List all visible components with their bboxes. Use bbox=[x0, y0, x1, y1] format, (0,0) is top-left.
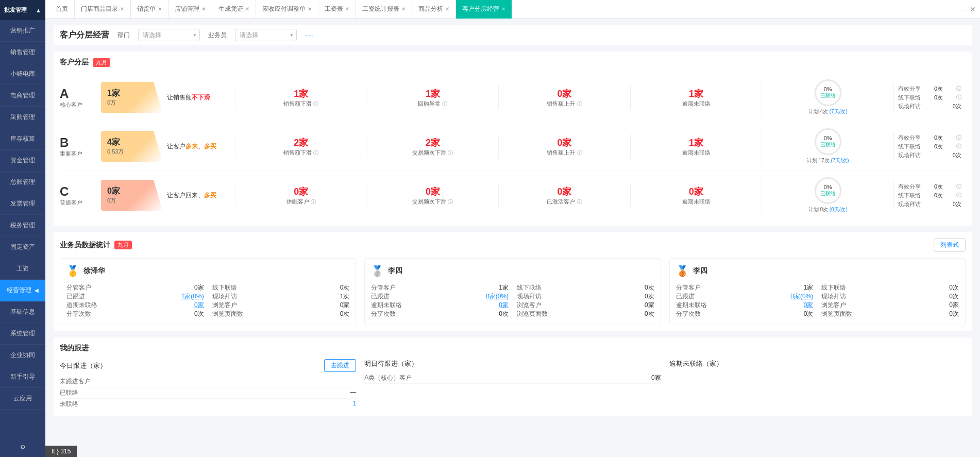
tier-stat-a-1: 1家 销售额下滑 ⓘ bbox=[235, 86, 367, 110]
sidebar-item-guide[interactable]: 新手引导 bbox=[0, 366, 45, 388]
tab-close-icon[interactable]: ✕ bbox=[201, 6, 206, 12]
sidebar-settings-btn[interactable]: ⚙ bbox=[0, 437, 45, 457]
goto-followup-btn[interactable]: 去跟进 bbox=[324, 359, 356, 372]
tab-payroll[interactable]: 工资表 ✕ bbox=[318, 0, 356, 19]
followup-grid: 今日跟进（家） 去跟进 未跟进客户 — 已联络 — 未联络 bbox=[60, 359, 966, 410]
tab-close-icon[interactable]: ✕ bbox=[345, 6, 349, 12]
tab-close-active-icon[interactable]: ✕ bbox=[501, 6, 505, 12]
staff-stat-row: 线下联络 0次 bbox=[212, 283, 350, 292]
customer-tier-title: 客户分层 bbox=[60, 58, 89, 67]
sidebar-item-sales[interactable]: 销售管理 bbox=[0, 42, 45, 63]
staff-stat-row: 逾期未联络 0家 bbox=[676, 301, 814, 310]
staff-stat-row: 浏览页面数 0次 bbox=[517, 310, 654, 318]
sidebar-item-system[interactable]: 系统管理 bbox=[0, 323, 45, 345]
customer-tier-header: 客户分层 九月 bbox=[60, 58, 966, 67]
staff-stat-row: 分管客户 1家 bbox=[371, 283, 509, 292]
staff-label: 业务员 bbox=[208, 31, 227, 40]
tab-close-icon[interactable]: ✕ bbox=[158, 6, 162, 12]
tab-close-icon[interactable]: ✕ bbox=[401, 6, 405, 12]
tier-count-a: 1家 0万 bbox=[101, 82, 163, 113]
staff-stat-row: 浏览客户 0家 bbox=[517, 301, 654, 310]
tab-home[interactable]: 首页 bbox=[49, 0, 75, 19]
sidebar-item-invoice[interactable]: 发票管理 bbox=[0, 193, 45, 215]
tab-sales-order[interactable]: 销货单 ✕ bbox=[131, 0, 168, 19]
sidebar-item-ledger[interactable]: 总账管理 bbox=[0, 172, 45, 193]
followup-row: 已联络 — bbox=[60, 387, 356, 399]
tab-window-close-icon[interactable]: ✕ bbox=[970, 5, 976, 13]
staff-select[interactable]: 请选择 bbox=[235, 29, 297, 41]
tab-product-analysis[interactable]: 商品分析 ✕ bbox=[412, 0, 456, 19]
sidebar-header[interactable]: 批发管理 ▲ bbox=[0, 0, 45, 20]
sidebar-item-payroll[interactable]: 工资 bbox=[0, 258, 45, 280]
tab-payroll-report[interactable]: 工资统计报表 ✕ bbox=[356, 0, 412, 19]
tier-label-b: B 重要客户 bbox=[60, 136, 101, 158]
followup-tomorrow-card: 明日待跟进（家） A类（核心）客户 0家 bbox=[364, 359, 661, 410]
sidebar-item-assets[interactable]: 固定资产 bbox=[0, 236, 45, 258]
followup-row: 未跟进客户 — bbox=[60, 376, 356, 387]
tier-action-b: 让客户多来、多买 bbox=[163, 142, 235, 151]
list-view-btn[interactable]: 列表式 bbox=[934, 238, 966, 252]
sidebar-item-ecommerce-small[interactable]: 小畅电商 bbox=[0, 63, 45, 85]
sidebar-item-tax[interactable]: 税务管理 bbox=[0, 215, 45, 236]
tab-close-icon[interactable]: ✕ bbox=[445, 6, 449, 12]
page-title: 客户分层经营 bbox=[60, 30, 109, 41]
tier-stat-a-4: 1家 逾期未联络 bbox=[630, 86, 762, 110]
staff-card-1: 🥇 徐泽华 分管客户 0家 已跟进 1家(0%) bbox=[60, 258, 356, 325]
staff-stat-row: 逾期未联络 0家 bbox=[66, 301, 204, 310]
customer-tier-section: 客户分层 九月 A 核心客户 1家 0万 让销售额不下滑 1家 bbox=[54, 52, 972, 226]
sidebar-item-purchase[interactable]: 采购管理 bbox=[0, 107, 45, 128]
tier-action-a: 让销售额不下滑 bbox=[163, 93, 235, 102]
sidebar-collapse-icon[interactable]: ▲ bbox=[36, 7, 41, 13]
tier-count-b: 4家 0.53万 bbox=[101, 131, 163, 162]
more-filters-btn[interactable]: ··· bbox=[305, 31, 314, 39]
staff-stat-row: 已跟进 0家(0%) bbox=[371, 292, 509, 301]
sidebar-item-finance[interactable]: 资金管理 bbox=[0, 150, 45, 172]
tier-right-stats-a: 有效分享 0次 ⓘ 线下联络 0次 ⓘ 现场拜访 0次 bbox=[893, 83, 966, 112]
tier-stat-b-1: 2家 销售额下滑 ⓘ bbox=[235, 134, 367, 159]
tier-right-stats-c: 有效分享 0次 ⓘ 线下联络 0次 ⓘ 现场拜访 0次 bbox=[893, 181, 966, 210]
followup-today-card: 今日跟进（家） 去跟进 未跟进客户 — 已联络 — 未联络 bbox=[60, 359, 356, 410]
sidebar-item-inventory[interactable]: 库存核算 bbox=[0, 128, 45, 150]
tab-close-icon[interactable]: ✕ bbox=[308, 6, 312, 12]
page-content: 客户分层经营 部门 请选择 业务员 请选择 ··· 客户分层 九月 bbox=[45, 19, 980, 457]
followup-overdue-card: 逾期未联络（家） bbox=[669, 359, 966, 410]
customer-month-badge: 九月 bbox=[93, 58, 110, 67]
page-header: 客户分层经营 部门 请选择 业务员 请选择 ··· bbox=[54, 25, 972, 45]
sidebar-item-operations[interactable]: 经营管理 ◀ bbox=[0, 280, 45, 301]
sidebar-item-collab[interactable]: 企业协同 bbox=[0, 345, 45, 366]
tier-row-c: C 普通客户 0家 0万 让客户回来、多买 0家 休眠客户 ⓘ 0家 交易 bbox=[60, 171, 966, 219]
tab-store-products[interactable]: 门店商品目录 ✕ bbox=[75, 0, 131, 19]
tier-stat-b-2: 2家 交易频次下滑 ⓘ bbox=[367, 134, 499, 159]
staff-stat-row: 现场拜访 0次 bbox=[821, 292, 959, 301]
dept-select[interactable]: 请选择 bbox=[138, 29, 200, 41]
sidebar-item-basic[interactable]: 基础信息 bbox=[0, 301, 45, 323]
staff-stat-row: 浏览客户 0家 bbox=[212, 301, 350, 310]
bottom-detection-text: It } 315 bbox=[52, 448, 71, 455]
staff-stat-row: 分管客户 0家 bbox=[66, 283, 204, 292]
tab-bar: 首页 门店商品目录 ✕ 销货单 ✕ 店铺管理 ✕ 生成凭证 ✕ 应收应付调整单 … bbox=[45, 0, 980, 19]
tab-ap-adjust[interactable]: 应收应付调整单 ✕ bbox=[256, 0, 318, 19]
tab-voucher[interactable]: 生成凭证 ✕ bbox=[212, 0, 256, 19]
tab-close-icon[interactable]: ✕ bbox=[245, 6, 249, 12]
staff-stat-row: 线下联络 0次 bbox=[821, 283, 959, 292]
tier-contact-c: 0% 已联络 计划 0次 (0天/次) bbox=[762, 175, 893, 215]
tab-window-minimize-icon[interactable]: — bbox=[958, 5, 966, 13]
sidebar-item-ecommerce[interactable]: 电商管理 bbox=[0, 85, 45, 107]
bottom-detection-bar: It } 315 bbox=[45, 446, 77, 457]
sidebar-item-marketing[interactable]: 营销推广 bbox=[0, 20, 45, 42]
tab-close-icon[interactable]: ✕ bbox=[120, 6, 124, 12]
staff-stat-row: 分管客户 1家 bbox=[676, 283, 814, 292]
tab-store-manage[interactable]: 店铺管理 ✕ bbox=[168, 0, 212, 19]
staff-stat-row: 浏览页面数 0次 bbox=[212, 310, 350, 318]
sidebar-item-cloud[interactable]: 云应用 bbox=[0, 388, 45, 410]
staff-medal-1: 🥇 bbox=[66, 265, 79, 277]
staff-stat-row: 现场拜访 0次 bbox=[517, 292, 654, 301]
staff-stat-row: 分享次数 0次 bbox=[676, 310, 814, 318]
tier-stat-c-1: 0家 休眠客户 ⓘ bbox=[235, 183, 367, 208]
sidebar: 批发管理 ▲ 营销推广 销售管理 小畅电商 电商管理 采购管理 库存核算 资金管… bbox=[0, 0, 45, 457]
staff-stat-row: 线下联络 0次 bbox=[517, 283, 654, 292]
tab-customer-tier[interactable]: 客户分层经营 ✕ bbox=[456, 0, 512, 19]
main-area: 首页 门店商品目录 ✕ 销货单 ✕ 店铺管理 ✕ 生成凭证 ✕ 应收应付调整单 … bbox=[45, 0, 980, 457]
staff-stat-row: 现场拜访 1次 bbox=[212, 292, 350, 301]
tier-row-b: B 重要客户 4家 0.53万 让客户多来、多买 2家 销售额下滑 ⓘ 2家 bbox=[60, 122, 966, 171]
